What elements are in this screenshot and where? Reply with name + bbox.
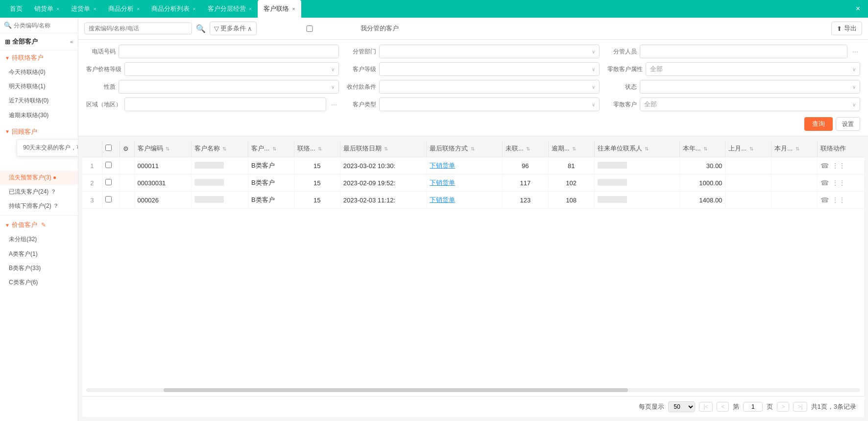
section-review-arrow: ▼ bbox=[5, 129, 10, 134]
filter-dept-select[interactable]: ∨ bbox=[379, 45, 600, 58]
sidebar-search-input[interactable] bbox=[14, 22, 78, 29]
sidebar-item-today[interactable]: 今天待联络(0) bbox=[0, 65, 78, 79]
action-contact-icon[interactable]: ☎ bbox=[820, 162, 829, 170]
filter-region-more-btn[interactable]: ··· bbox=[329, 100, 339, 108]
filter-status-select[interactable]: ∨ bbox=[640, 80, 860, 94]
col-checkbox[interactable] bbox=[102, 140, 120, 157]
sidebar-item-class-b[interactable]: B类客户(33) bbox=[0, 261, 78, 275]
more-conditions-button[interactable]: ▽ 更多条件 ∧ bbox=[210, 22, 257, 35]
tab-analysis-list[interactable]: 商品分析列表 × bbox=[145, 0, 201, 18]
filter-region-input[interactable] bbox=[124, 98, 326, 111]
sidebar-all-customers[interactable]: ⊞ 全部客户 « bbox=[0, 33, 78, 50]
section-value[interactable]: ▼ 价值客户 ✎ bbox=[0, 218, 78, 232]
filter-nature-select[interactable]: ∨ bbox=[119, 80, 339, 94]
close-all-button[interactable]: × bbox=[852, 4, 864, 13]
tab-customer-link-close[interactable]: × bbox=[292, 6, 295, 12]
filter-region: 区域（地区） ··· bbox=[86, 98, 339, 111]
cell-last-contact-method[interactable]: 下销货单 bbox=[427, 174, 503, 192]
prev-page-button[interactable]: < bbox=[717, 402, 729, 412]
horizontal-scrollbar[interactable] bbox=[86, 388, 860, 392]
section-review[interactable]: ▼ 回顾客户 bbox=[0, 124, 78, 139]
col-settings[interactable]: ⚙ bbox=[120, 140, 134, 157]
filter-customer-type-select[interactable]: ∨ bbox=[379, 98, 600, 111]
sidebar-item-declining[interactable]: 持续下滑客户(2) ？ bbox=[0, 199, 78, 213]
tab-analysis[interactable]: 商品分析 × bbox=[102, 0, 145, 18]
query-button[interactable]: 查询 bbox=[804, 117, 833, 131]
page-size-select[interactable]: 50 100 200 bbox=[668, 401, 695, 412]
col-not-contacted[interactable]: 未联... ⇅ bbox=[502, 140, 548, 157]
tab-analysis-close[interactable]: × bbox=[137, 6, 140, 12]
tab-purchase-close[interactable]: × bbox=[93, 6, 96, 12]
tab-sales-close[interactable]: × bbox=[56, 6, 59, 12]
tab-customer-tier[interactable]: 客户分层经营 × bbox=[202, 0, 258, 18]
col-this-month[interactable]: 本月... ⇅ bbox=[772, 140, 818, 157]
col-last-contact-date[interactable]: 最后联络日期 ⇅ bbox=[340, 140, 426, 157]
tab-customer-link[interactable]: 客户联络 × bbox=[258, 0, 301, 18]
search-input[interactable] bbox=[84, 23, 192, 34]
row-checkbox[interactable] bbox=[105, 196, 112, 202]
sidebar-item-7days[interactable]: 近7天待联络(0) bbox=[0, 94, 78, 108]
filter-scattered-attr-select[interactable]: 全部 ∨ bbox=[646, 62, 860, 76]
action-more-icon[interactable]: ⋮⋮ bbox=[832, 196, 845, 204]
tab-home[interactable]: 首页 bbox=[4, 0, 28, 18]
tab-analysis-list-close[interactable]: × bbox=[193, 6, 195, 12]
filter-phone-input[interactable] bbox=[119, 45, 339, 58]
chevron-down-icon: ∨ bbox=[331, 67, 335, 72]
filter-person-input[interactable] bbox=[640, 45, 847, 58]
col-this-year[interactable]: 本年... ⇅ bbox=[679, 140, 725, 157]
settings-button[interactable]: 设置 bbox=[836, 117, 860, 131]
tab-customer-tier-close[interactable]: × bbox=[249, 6, 252, 12]
filter-person-label: 分管人员 bbox=[607, 48, 637, 56]
col-customer-code[interactable]: 客户编码 ⇅ bbox=[134, 140, 191, 157]
action-more-icon[interactable]: ⋮⋮ bbox=[832, 162, 845, 170]
cell-last-contact-method[interactable]: 下销货单 bbox=[427, 157, 503, 174]
filter-price-level-select[interactable]: ∨ bbox=[124, 62, 339, 76]
col-last-contact-method[interactable]: 最后联络方式 ⇅ bbox=[427, 140, 503, 157]
sidebar-item-class-c[interactable]: C类客户(6) bbox=[0, 275, 78, 290]
cell-checkbox[interactable] bbox=[102, 157, 120, 174]
cell-customer-type: B类客户 bbox=[248, 157, 294, 174]
row-checkbox[interactable] bbox=[105, 162, 112, 168]
col-customer-name[interactable]: 客户名称 ⇅ bbox=[191, 140, 248, 157]
sidebar-item-churn-warning[interactable]: 流失预警客户(3) ● bbox=[0, 171, 78, 185]
section-value-edit-icon[interactable]: ✎ bbox=[41, 222, 46, 228]
col-last-month[interactable]: 上月... ⇅ bbox=[725, 140, 772, 157]
action-contact-icon[interactable]: ☎ bbox=[820, 196, 829, 204]
sidebar-collapse-icon[interactable]: « bbox=[70, 39, 73, 45]
cell-last-month bbox=[725, 192, 772, 209]
section-pending-contact[interactable]: ▼ 待联络客户 bbox=[0, 50, 78, 65]
filter-payment-select[interactable]: ∨ bbox=[379, 80, 600, 94]
filter-scattered-select[interactable]: 全部 ∨ bbox=[640, 98, 860, 111]
filter-person-more-btn[interactable]: ··· bbox=[850, 48, 860, 55]
cell-last-contact-method[interactable]: 下销货单 bbox=[427, 192, 503, 209]
tab-sales[interactable]: 销货单 × bbox=[28, 0, 65, 18]
row-checkbox[interactable] bbox=[105, 179, 112, 185]
col-contact[interactable]: 联络... ⇅ bbox=[294, 140, 340, 157]
col-customer-type[interactable]: 客户... ⇅ bbox=[248, 140, 294, 157]
sidebar-item-overdue[interactable]: 逾期未联络(30) bbox=[0, 108, 78, 123]
sidebar-item-already-churned[interactable]: 已流失客户(24) ？ bbox=[0, 185, 78, 199]
filter-customer-level-label: 客户等级 bbox=[347, 65, 376, 74]
last-page-button[interactable]: >| bbox=[793, 402, 807, 412]
cell-checkbox[interactable] bbox=[102, 174, 120, 192]
my-customers-checkbox[interactable] bbox=[261, 25, 359, 32]
col-overdue[interactable]: 逾期... ⇅ bbox=[548, 140, 594, 157]
next-page-button[interactable]: > bbox=[777, 402, 789, 412]
filter-customer-level-select[interactable]: ∨ bbox=[379, 62, 600, 76]
cell-checkbox[interactable] bbox=[102, 192, 120, 209]
cell-customer-name bbox=[191, 157, 248, 174]
cell-last-contact-date: 2023-03-02 10:30: bbox=[340, 157, 426, 174]
sidebar-item-class-a[interactable]: A类客户(1) bbox=[0, 247, 78, 261]
col-unit-contact[interactable]: 往来单位联系人 ⇅ bbox=[594, 140, 679, 157]
first-page-button[interactable]: |< bbox=[699, 402, 713, 412]
cell-index: 1 bbox=[82, 157, 102, 174]
search-button[interactable]: 🔍 bbox=[196, 24, 206, 33]
action-more-icon[interactable]: ⋮⋮ bbox=[832, 179, 845, 187]
page-input[interactable] bbox=[743, 402, 763, 412]
export-button[interactable]: ⬆ 导出 bbox=[831, 22, 862, 35]
sidebar-item-ungrouped[interactable]: 未分组(32) bbox=[0, 232, 78, 247]
select-all-checkbox[interactable] bbox=[105, 145, 112, 151]
sidebar-item-tomorrow[interactable]: 明天待联络(1) bbox=[0, 79, 78, 94]
tab-purchase[interactable]: 进货单 × bbox=[65, 0, 102, 18]
action-contact-icon[interactable]: ☎ bbox=[820, 179, 829, 187]
